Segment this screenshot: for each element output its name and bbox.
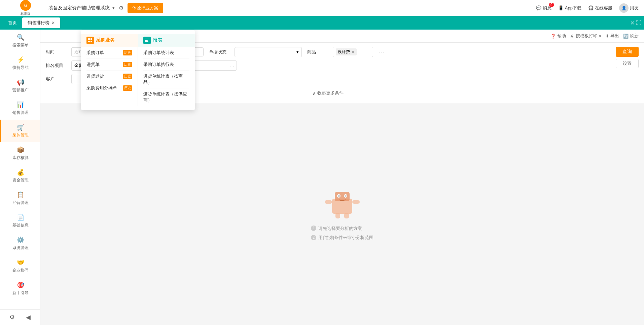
tab-home-label: 首页 — [8, 20, 17, 26]
hint-number-2: 2 — [311, 235, 316, 240]
order-exec-label: 采购订单执行表 — [143, 62, 174, 68]
user-button[interactable]: 👤 用友 — [619, 3, 639, 13]
sidebar-enterprise-label: 企业协同 — [12, 268, 29, 273]
refresh-button[interactable]: 🔄 刷新 — [623, 33, 639, 39]
tab-expand-button[interactable]: ⛶ — [636, 20, 641, 26]
help-button[interactable]: ❓ 帮助 — [550, 33, 566, 39]
export-button[interactable]: ⬇ 导出 — [605, 33, 619, 39]
dropdown-item-receipt-by-goods[interactable]: 进货单统计表（按商品） — [143, 71, 189, 88]
purchase-return-history: 历史 — [123, 74, 132, 79]
dropdown-columns: 采购订单 历史 进货单 历史 进货退货 历史 采购费用分摊单 历史 — [81, 47, 195, 106]
headset-icon: 🎧 — [588, 5, 594, 10]
purchase-section-title: 采购业务 — [96, 37, 115, 43]
dropdown-item-purchase-expense[interactable]: 采购费用分摊单 历史 — [86, 82, 132, 94]
date-label: 时间 — [46, 49, 66, 55]
svg-rect-8 — [145, 41, 148, 42]
tab-bar-right: ✕ ⛶ — [630, 20, 641, 26]
tab-close-button[interactable]: ✕ — [630, 20, 635, 26]
empty-state: 1 请先选择要分析的方案 2 用[过滤]条件来缩小分析范围 — [40, 103, 644, 325]
sidebar-item-system[interactable]: ⚙️ 系统管理 — [0, 232, 40, 255]
message-button[interactable]: 💬 消息 9 — [536, 5, 551, 11]
marketing-icon: 📢 — [17, 79, 24, 86]
bottom-settings-icon[interactable]: ⚙ — [9, 314, 15, 321]
report-column: 采购订单统计表 采购订单执行表 进货单统计表（按商品） 进货单统计表（按供应商） — [138, 47, 195, 106]
tab-sales-ranking[interactable]: 销售排行榜 ✕ — [22, 17, 60, 28]
status-dropdown-icon: ▾ — [296, 49, 299, 54]
print-button[interactable]: 🖨 按模板打印 ▾ — [570, 33, 601, 39]
dropdown-item-order-stats[interactable]: 采购订单统计表 — [143, 47, 189, 59]
sidebar-item-search[interactable]: 🔍 搜索菜单 — [0, 30, 40, 52]
svg-rect-10 — [335, 192, 350, 201]
purchase-icon: 🛒 — [17, 124, 24, 131]
sidebar-item-basic-info[interactable]: 📄 基础信息 — [0, 210, 40, 232]
refresh-icon: 🔄 — [623, 34, 629, 39]
svg-rect-3 — [91, 38, 92, 40]
system-title: 装备及固定资产辅助管理系统 — [48, 5, 110, 11]
sidebar-item-purchase[interactable]: 🛒 采购管理 — [0, 120, 40, 142]
customer-label: 客户 — [46, 76, 66, 82]
goods-tag-close[interactable]: ✕ — [351, 50, 355, 54]
inventory-icon: 📦 — [17, 146, 24, 154]
purchase-receipt-history: 历史 — [123, 62, 132, 67]
settings-button[interactable]: 设置 — [616, 59, 639, 68]
sidebar-marketing-label: 营销推广 — [12, 87, 29, 93]
basic-info-icon: 📄 — [17, 214, 24, 221]
dropdown-item-purchase-return[interactable]: 进货退货 历史 — [86, 71, 132, 82]
bottom-collapse-icon[interactable]: ◀ — [26, 314, 31, 321]
dropdown-arrow-icon[interactable]: ▾ — [112, 5, 115, 10]
print-icon: 🖨 — [570, 34, 574, 39]
status-select[interactable]: ▾ — [235, 47, 302, 57]
sidebar-item-marketing[interactable]: 📢 营销推广 — [0, 75, 40, 97]
purchase-expense-history: 历史 — [123, 85, 132, 91]
sidebar: 🔍 搜索菜单 ⚡ 快捷导航 📢 营销推广 📊 销售管理 🛒 采购管理 📦 库存核… — [0, 30, 40, 325]
online-service-label: 在线客服 — [595, 5, 612, 11]
svg-rect-6 — [145, 39, 149, 39]
sidebar-item-finance[interactable]: 💰 资金管理 — [0, 165, 40, 187]
tab-home[interactable]: 首页 — [3, 17, 22, 28]
goods-more-dots[interactable]: ··· — [379, 48, 385, 55]
purchase-expense-label: 采购费用分摊单 — [86, 85, 117, 91]
receipt-by-supplier-label: 进货单统计表（按供应商） — [143, 91, 189, 103]
purchase-column: 采购订单 历史 进货单 历史 进货退货 历史 采购费用分摊单 历史 — [81, 47, 138, 106]
sidebar-bottom: ⚙ ◀ — [0, 309, 40, 325]
svg-rect-7 — [145, 40, 148, 41]
main-layout: 🔍 搜索菜单 ⚡ 快捷导航 📢 营销推广 📊 销售管理 🛒 采购管理 📦 库存核… — [0, 30, 644, 325]
dropdown-item-order-exec[interactable]: 采购订单执行表 — [143, 59, 189, 71]
order-stats-label: 采购订单统计表 — [143, 50, 174, 56]
print-dropdown-icon: ▾ — [599, 34, 601, 39]
tab-close-icon[interactable]: ✕ — [51, 21, 55, 25]
sidebar-item-operations[interactable]: 📋 经营管理 — [0, 187, 40, 210]
export-icon: ⬇ — [605, 34, 609, 39]
sidebar-item-sales[interactable]: 📊 销售管理 — [0, 97, 40, 120]
sidebar-basic-info-label: 基础信息 — [12, 222, 29, 228]
report-section-title: 报表 — [153, 37, 162, 43]
help-label: 帮助 — [557, 33, 566, 39]
sidebar-item-enterprise[interactable]: 🤝 企业协同 — [0, 255, 40, 277]
industry-button[interactable]: 体验行业方案 — [128, 3, 163, 13]
sidebar-system-label: 系统管理 — [12, 245, 29, 251]
svg-point-14 — [345, 195, 347, 197]
query-button[interactable]: 查询 — [616, 47, 639, 57]
dropdown-item-receipt-by-supplier[interactable]: 进货单统计表（按供应商） — [143, 88, 189, 106]
online-service-button[interactable]: 🎧 在线客服 — [588, 5, 612, 11]
dropdown-item-purchase-receipt[interactable]: 进货单 历史 — [86, 59, 132, 71]
settings-icon[interactable]: ⚙ — [119, 5, 123, 11]
app-download-button[interactable]: 📱 App下载 — [558, 5, 581, 11]
content-area: 采购业务 报表 采购订单 历史 进货 — [40, 30, 644, 325]
sidebar-item-guide[interactable]: 🎯 新手引导 — [0, 277, 40, 300]
purchase-order-history: 历史 — [123, 50, 132, 55]
sidebar-item-inventory[interactable]: 📦 库存核算 — [0, 142, 40, 165]
collapse-icon: ∧ — [313, 91, 316, 96]
purchase-return-label: 进货退货 — [86, 73, 104, 79]
message-icon: 💬 — [536, 5, 541, 10]
sales-icon: 📊 — [17, 101, 24, 109]
sidebar-item-nav[interactable]: ⚡ 快捷导航 — [0, 52, 40, 75]
dropdown-item-purchase-order[interactable]: 采购订单 历史 — [86, 47, 132, 59]
salesperson-dropdown-icon: ··· — [230, 63, 234, 68]
svg-rect-18 — [344, 213, 349, 218]
sidebar-sales-label: 销售管理 — [12, 110, 29, 116]
rank-label: 排名项目 — [46, 63, 66, 69]
sidebar-inventory-label: 库存核算 — [12, 155, 29, 161]
top-header: 6 标准版 装备及固定资产辅助管理系统 ▾ ⚙ 体验行业方案 💬 消息 9 📱 … — [0, 0, 644, 16]
logo-subtext: 标准版 — [21, 11, 31, 16]
